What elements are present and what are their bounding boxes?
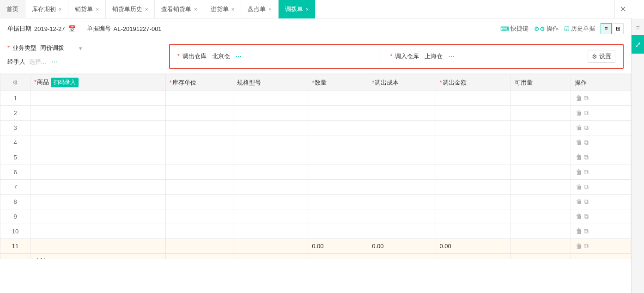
- cell-unit[interactable]: [165, 91, 233, 106]
- cell-qty[interactable]: [308, 209, 368, 224]
- copy-icon[interactable]: ⧉: [584, 242, 589, 250]
- tab-close-inventory-init[interactable]: ×: [59, 6, 61, 12]
- cell-cost[interactable]: [368, 150, 436, 165]
- cell-cost[interactable]: [368, 91, 436, 106]
- tab-close-sales-history[interactable]: ×: [145, 6, 148, 12]
- cell-product[interactable]: [30, 180, 166, 195]
- tab-close-purchase-order[interactable]: ×: [231, 6, 234, 12]
- person-input[interactable]: 选择...: [29, 58, 46, 66]
- close-all-tabs-button[interactable]: ✕: [614, 0, 631, 18]
- tab-close-stocktake[interactable]: ×: [268, 6, 271, 12]
- cell-amount[interactable]: [436, 121, 511, 135]
- view-toggle-grid[interactable]: ⊞: [613, 23, 624, 34]
- delete-icon[interactable]: 🗑: [576, 94, 582, 102]
- tab-item-sales-order[interactable]: 销货单×: [68, 0, 105, 18]
- cell-available[interactable]: [511, 106, 571, 121]
- cell-qty[interactable]: [308, 150, 368, 165]
- delete-icon[interactable]: 🗑: [576, 109, 582, 116]
- cell-spec[interactable]: [233, 224, 308, 239]
- copy-icon[interactable]: ⧉: [584, 109, 589, 116]
- cell-available[interactable]: [511, 121, 571, 135]
- tab-item-purchase-order[interactable]: 进货单×: [204, 0, 241, 18]
- cell-amount[interactable]: [436, 180, 511, 195]
- delete-icon[interactable]: 🗑: [576, 153, 582, 161]
- cell-spec[interactable]: [233, 91, 308, 106]
- cell-amount[interactable]: [436, 150, 511, 165]
- cell-unit[interactable]: [165, 121, 233, 135]
- cell-available[interactable]: [511, 224, 571, 239]
- scan-entry-button[interactable]: 扫码录入: [51, 78, 79, 87]
- business-type-select[interactable]: 同价调拨 ▾: [40, 44, 114, 52]
- cell-unit[interactable]: [165, 150, 233, 165]
- sidebar-list-icon[interactable]: ≡: [632, 22, 644, 33]
- cell-cost[interactable]: [368, 209, 436, 224]
- cell-qty[interactable]: [308, 180, 368, 195]
- copy-icon[interactable]: ⧉: [584, 124, 589, 131]
- copy-icon[interactable]: ⧉: [584, 139, 589, 146]
- tab-item-stocktake[interactable]: 盘点单×: [241, 0, 278, 18]
- cell-unit[interactable]: [165, 224, 233, 239]
- cell-amount[interactable]: [436, 91, 511, 106]
- tab-item-view-sales[interactable]: 查看销货单×: [155, 0, 204, 18]
- tab-item-transfer[interactable]: 调拨单×: [279, 0, 316, 18]
- cell-qty[interactable]: [308, 224, 368, 239]
- cell-qty[interactable]: [308, 165, 368, 180]
- tab-close-transfer[interactable]: ×: [306, 6, 309, 12]
- cell-cost[interactable]: [368, 135, 436, 150]
- cell-amount[interactable]: [436, 224, 511, 239]
- copy-icon[interactable]: ⧉: [584, 198, 589, 205]
- tab-item-inventory-init[interactable]: 库存期初×: [25, 0, 68, 18]
- cell-spec[interactable]: [233, 106, 308, 121]
- copy-icon[interactable]: ⧉: [584, 213, 589, 220]
- sidebar-expand-icon[interactable]: ⤢: [632, 35, 644, 54]
- delete-icon[interactable]: 🗑: [576, 227, 582, 235]
- cell-unit[interactable]: [165, 209, 233, 224]
- cell-qty[interactable]: [308, 121, 368, 135]
- cell-unit[interactable]: [165, 135, 233, 150]
- cell-spec[interactable]: [233, 165, 308, 180]
- chevron-down-icon[interactable]: ▾: [79, 45, 82, 52]
- settings-button[interactable]: ⚙ 设置: [588, 50, 615, 63]
- cell-amount[interactable]: [436, 135, 511, 150]
- tab-item-sales-history[interactable]: 销货单历史×: [106, 0, 155, 18]
- copy-icon[interactable]: ⧉: [584, 153, 589, 161]
- copy-icon[interactable]: ⧉: [584, 183, 589, 190]
- delete-icon[interactable]: 🗑: [576, 124, 582, 131]
- cell-unit[interactable]: [165, 165, 233, 180]
- cell-cost[interactable]: [368, 224, 436, 239]
- person-more-btn[interactable]: ···: [50, 58, 60, 66]
- cell-available[interactable]: [511, 180, 571, 195]
- cell-amount[interactable]: [436, 195, 511, 209]
- cell-product[interactable]: [30, 209, 166, 224]
- delete-icon[interactable]: 🗑: [576, 168, 582, 176]
- cell-spec[interactable]: [233, 195, 308, 209]
- cell-qty[interactable]: [308, 195, 368, 209]
- cell-amount[interactable]: [436, 165, 511, 180]
- cell-available[interactable]: [511, 209, 571, 224]
- cell-unit[interactable]: [165, 195, 233, 209]
- cell-product[interactable]: [30, 195, 166, 209]
- cell-spec[interactable]: [233, 121, 308, 135]
- cell-cost[interactable]: [368, 165, 436, 180]
- delete-icon[interactable]: 🗑: [576, 242, 582, 250]
- cell-qty[interactable]: [308, 106, 368, 121]
- cell-spec[interactable]: [233, 150, 308, 165]
- cell-available[interactable]: [511, 195, 571, 209]
- shortcut-action[interactable]: ⌨ 快捷键: [500, 24, 529, 33]
- cell-available[interactable]: [511, 165, 571, 180]
- cell-product[interactable]: [30, 224, 166, 239]
- cell-available[interactable]: [511, 91, 571, 106]
- cell-product[interactable]: [30, 135, 166, 150]
- out-warehouse-more-btn[interactable]: ···: [234, 52, 243, 61]
- history-action[interactable]: ☑ 历史单据: [564, 24, 595, 33]
- cell-unit[interactable]: [165, 106, 233, 121]
- tab-close-sales-order[interactable]: ×: [96, 6, 98, 12]
- copy-icon[interactable]: ⧉: [584, 94, 589, 102]
- view-toggle-list[interactable]: ≡: [601, 23, 612, 34]
- cell-qty[interactable]: [308, 135, 368, 150]
- tab-item-home[interactable]: 首页: [0, 0, 25, 18]
- delete-icon[interactable]: 🗑: [576, 139, 582, 146]
- cell-qty[interactable]: [308, 91, 368, 106]
- cell-cost[interactable]: [368, 195, 436, 209]
- delete-icon[interactable]: 🗑: [576, 198, 582, 205]
